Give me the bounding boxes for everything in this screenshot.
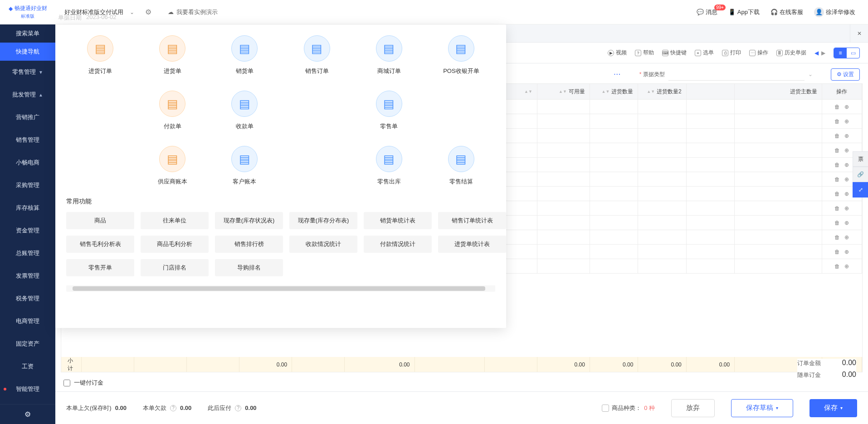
flow-item[interactable]: ▤商城订单 [355,35,423,75]
flow-item[interactable]: ▤供应商账本 [138,146,206,186]
flow-item[interactable]: ▤销售订单 [283,35,351,75]
rail-expand-icon[interactable]: ⤢ [853,182,868,198]
add-row-icon[interactable]: ⊕ [844,162,849,168]
func-button[interactable]: 销售排行榜 [215,236,283,253]
popover-scrollbar[interactable] [66,285,495,292]
sidebar-item-retail[interactable]: 零售管理▼ [0,61,55,83]
flow-item[interactable]: ▤客户账本 [210,146,278,186]
sidebar-settings-button[interactable]: ⚙ [0,404,55,424]
toolbar-help[interactable]: ?帮助 [635,49,654,57]
func-button[interactable]: 进货单统计表 [438,236,506,253]
view-list[interactable]: ≡ [834,48,847,58]
more-dots[interactable]: ··· [614,71,621,77]
prev-page[interactable]: ◀ [814,50,819,56]
add-row-icon[interactable]: ⊕ [844,147,849,154]
func-button[interactable]: 商品 [66,212,134,229]
delete-row-icon[interactable]: 🗑 [834,234,840,241]
help-icon[interactable]: ? [235,405,241,411]
delete-row-icon[interactable]: 🗑 [834,205,840,212]
sidebar-item-salary[interactable]: 工资 [0,355,55,378]
add-row-icon[interactable]: ⊕ [844,191,849,197]
add-row-icon[interactable]: ⊕ [844,133,849,139]
add-row-icon[interactable]: ⊕ [844,234,849,241]
customer-service-button[interactable]: 🎧 在线客服 [770,8,803,16]
bill-type-field[interactable]: 票据类型 ⌄ [639,68,813,81]
func-button[interactable]: 零售开单 [66,259,134,276]
add-row-icon[interactable]: ⊕ [844,220,849,226]
th-qty1[interactable]: ▲▼进货数量 [590,84,638,99]
func-button[interactable]: 现存量(库存状况表) [215,212,283,229]
add-row-icon[interactable]: ⊕ [844,249,849,255]
delete-row-icon[interactable]: 🗑 [834,133,840,139]
add-row-icon[interactable]: ⊕ [844,205,849,212]
add-row-icon[interactable]: ⊕ [844,263,849,270]
sidebar-item-marketing[interactable]: 营销推广 [0,106,55,129]
func-button[interactable]: 往来单位 [141,212,209,229]
messages-button[interactable]: 💬 消息 99+ [697,8,717,16]
view-card[interactable]: ▭ [847,48,859,58]
gear-icon[interactable]: ⚙ [145,8,151,16]
bill-type-input[interactable] [668,68,805,81]
sidebar-search[interactable]: 搜索菜单 [0,24,55,43]
sidebar-item-fixed-assets[interactable]: 固定资产 [0,332,55,355]
sidebar-item-invoice[interactable]: 发票管理 [0,265,55,287]
th-qty2[interactable]: ▲▼进货数量2 [638,84,686,99]
delete-row-icon[interactable]: 🗑 [834,249,840,255]
sidebar-item-tax[interactable]: 税务管理 [0,287,55,310]
delete-row-icon[interactable]: 🗑 [834,176,840,183]
flow-item[interactable]: ▤收款单 [210,91,278,130]
th-avail[interactable]: ▲▼可用量 [537,84,590,99]
flow-item[interactable]: ▤销货单 [210,35,278,75]
sidebar-item-ledger[interactable]: 总账管理 [0,242,55,265]
delete-row-icon[interactable]: 🗑 [834,104,840,110]
sidebar-item-wholesale[interactable]: 批发管理▲ [0,83,55,106]
sidebar-quicknav[interactable]: 快捷导航 [0,43,55,61]
toolbar-shortcut[interactable]: ⌨快捷键 [662,49,687,57]
app-selector[interactable]: 好业财标准版交付试用 ⌄ [64,8,134,16]
func-button[interactable]: 现存量(库存分布表) [289,212,357,229]
toolbar-print[interactable]: ⎙打印 [722,49,741,57]
rail-link-icon[interactable]: 🔗 [853,167,868,182]
toolbar-select[interactable]: ≡选单 [695,49,714,57]
delete-row-icon[interactable]: 🗑 [834,191,840,197]
add-row-icon[interactable]: ⊕ [844,118,849,125]
func-button[interactable]: 销售毛利分析表 [66,236,134,253]
func-button[interactable]: 付款情况统计 [364,236,432,253]
sidebar-item-funds[interactable]: 资金管理 [0,219,55,242]
th-mainqty[interactable]: 进货主数量 [735,84,822,99]
add-row-icon[interactable]: ⊕ [844,176,849,183]
flow-item[interactable]: ▤付款单 [138,91,206,130]
delete-row-icon[interactable]: 🗑 [834,162,840,168]
flow-item[interactable]: ▤进货订单 [66,35,134,75]
sidebar-item-purchase[interactable]: 采购管理 [0,174,55,197]
func-button[interactable]: 销售订单统计表 [438,212,506,229]
delete-row-icon[interactable]: 🗑 [834,220,840,226]
setting-button[interactable]: ⚙ 设置 [831,68,860,81]
delete-row-icon[interactable]: 🗑 [834,263,840,270]
func-button[interactable]: 导购排名 [215,259,283,276]
delete-row-icon[interactable]: 🗑 [834,147,840,154]
func-button[interactable]: 销货单统计表 [364,212,432,229]
rail-tag[interactable]: 票 [853,151,868,167]
sidebar-item-sales[interactable]: 销售管理 [0,129,55,151]
func-button[interactable]: 商品毛利分析 [141,236,209,253]
flow-item[interactable]: ▤零售出库 [355,146,423,186]
flow-item[interactable]: ▤零售结算 [427,146,495,186]
sidebar-item-inventory[interactable]: 库存核算 [0,197,55,219]
toolbar-history[interactable]: ≣历史单据 [776,49,806,57]
prepay-checkbox[interactable] [63,380,70,386]
func-button[interactable]: 门店排名 [141,259,209,276]
flow-item[interactable]: ▤进货单 [138,35,206,75]
func-button[interactable]: 收款情况统计 [289,236,357,253]
toolbar-action[interactable]: ⋯操作 [749,49,768,57]
app-download-button[interactable]: 📱 App下载 [728,8,760,16]
flow-item[interactable]: ▤POS收银开单 [427,35,495,75]
next-page[interactable]: ▶ [821,50,825,56]
discard-button[interactable]: 放弃 [671,399,715,417]
delete-row-icon[interactable]: 🗑 [834,118,840,125]
add-row-icon[interactable]: ⊕ [844,104,849,110]
toolbar-video[interactable]: ▶视频 [608,49,627,57]
sidebar-item-ecommerce[interactable]: 电商管理 [0,310,55,332]
sidebar-item-ecom[interactable]: 小畅电商 [0,151,55,174]
flow-item[interactable]: ▤零售单 [355,91,423,130]
